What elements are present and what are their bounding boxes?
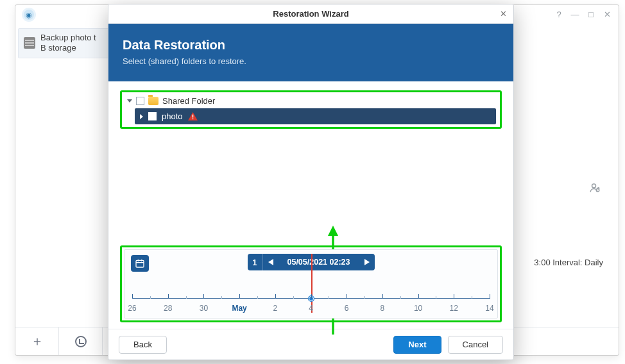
timeline-label: 6 bbox=[345, 304, 349, 313]
timeline-label: 8 bbox=[381, 304, 385, 313]
timeline-label: 14 bbox=[485, 304, 493, 313]
svg-marker-10 bbox=[268, 259, 273, 265]
version-count: 1 bbox=[247, 254, 262, 270]
timeline-label: 4 bbox=[309, 304, 313, 313]
lock-user-icon[interactable] bbox=[589, 182, 601, 195]
next-button[interactable]: Next bbox=[393, 336, 441, 354]
folder-icon bbox=[148, 97, 158, 105]
expand-icon[interactable] bbox=[127, 99, 132, 103]
history-button[interactable] bbox=[59, 327, 103, 355]
timeline-label: 12 bbox=[450, 304, 458, 313]
app-logo-icon: ◉ bbox=[22, 8, 36, 22]
server-icon bbox=[24, 37, 35, 49]
warning-icon bbox=[188, 112, 198, 120]
folder-tree-highlight: Shared Folder photo bbox=[120, 90, 502, 129]
tree-child-row[interactable]: photo bbox=[135, 108, 496, 124]
version-timeline: 1 05/05/2021 02:23 262830May246 bbox=[124, 249, 498, 318]
close-window-icon[interactable]: ✕ bbox=[603, 10, 611, 19]
minimize-icon[interactable]: ― bbox=[571, 10, 579, 19]
svg-point-0 bbox=[592, 184, 596, 188]
root-checkbox[interactable] bbox=[136, 97, 144, 105]
dialog-banner: Data Restoration Select (shared) folders… bbox=[108, 24, 513, 81]
svg-point-1 bbox=[596, 189, 599, 192]
timeline-label: 2 bbox=[273, 304, 277, 313]
dialog-footer: Back Next Cancel bbox=[108, 329, 513, 360]
timeline-label: 30 bbox=[200, 304, 208, 313]
prev-version-button[interactable] bbox=[262, 254, 278, 270]
restoration-wizard-dialog: Restoration Wizard ✕ Data Restoration Se… bbox=[108, 4, 514, 360]
child-checkbox[interactable] bbox=[148, 112, 157, 120]
banner-subheading: Select (shared) folders to restore. bbox=[123, 56, 499, 66]
timeline-label: 28 bbox=[164, 304, 172, 313]
svg-rect-6 bbox=[136, 260, 144, 267]
schedule-text: 3:00 Interval: Daily bbox=[534, 258, 603, 267]
timeline-label: 10 bbox=[414, 304, 422, 313]
root-folder-label: Shared Folder bbox=[162, 96, 215, 106]
dialog-titlebar: Restoration Wizard ✕ bbox=[108, 4, 513, 24]
close-icon[interactable]: ✕ bbox=[500, 9, 507, 19]
next-version-button[interactable] bbox=[359, 254, 375, 270]
tree-root-row[interactable]: Shared Folder bbox=[126, 95, 496, 107]
calendar-button[interactable] bbox=[131, 255, 149, 272]
svg-marker-5 bbox=[328, 226, 338, 236]
timeline-label: May bbox=[232, 304, 246, 313]
child-folder-label: photo bbox=[162, 112, 183, 121]
help-icon[interactable]: ? bbox=[555, 10, 563, 19]
cancel-button[interactable]: Cancel bbox=[448, 336, 503, 354]
svg-rect-3 bbox=[192, 119, 193, 120]
dialog-body: Shared Folder photo bbox=[108, 81, 513, 329]
add-button[interactable]: ＋ bbox=[15, 327, 59, 355]
version-datetime: 05/05/2021 02:23 bbox=[278, 254, 359, 270]
dialog-title: Restoration Wizard bbox=[273, 9, 348, 19]
banner-heading: Data Restoration bbox=[123, 38, 499, 53]
back-button[interactable]: Back bbox=[119, 336, 167, 354]
backup-task-item[interactable]: Backup photo t B storage bbox=[18, 28, 117, 58]
folder-tree: Shared Folder photo bbox=[126, 95, 496, 124]
maximize-icon[interactable]: □ bbox=[587, 10, 595, 19]
task-sidebar: Backup photo t B storage bbox=[18, 28, 117, 326]
timeline-label: 26 bbox=[128, 304, 136, 313]
backup-task-label: Backup photo t B storage bbox=[40, 33, 96, 54]
svg-rect-2 bbox=[192, 115, 193, 118]
expand-icon[interactable] bbox=[140, 114, 143, 119]
svg-marker-11 bbox=[364, 259, 370, 265]
